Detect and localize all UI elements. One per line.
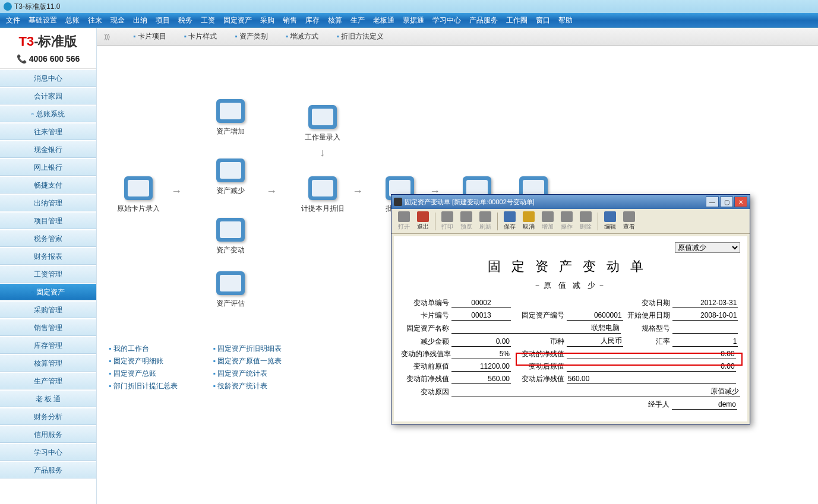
val-card[interactable]: 00013 <box>451 311 511 321</box>
menu-item[interactable]: 核算 <box>328 15 342 26</box>
val-dec[interactable]: 0.00 <box>451 337 511 347</box>
menu-item[interactable]: 窗口 <box>536 15 550 26</box>
wf-node-asset-add[interactable]: 资产增加 <box>207 99 254 137</box>
val-start[interactable]: 2008-10-01 <box>672 311 738 321</box>
nav-item[interactable]: 消息中心 <box>0 70 96 87</box>
nav-item[interactable]: 库存管理 <box>0 337 96 354</box>
val-handler[interactable]: demo <box>672 400 737 410</box>
wf-node-original-card[interactable]: 原始卡片录入 <box>115 176 162 214</box>
nav-item[interactable]: 畅捷支付 <box>0 177 96 194</box>
val-asset-no[interactable]: 0600001 <box>567 311 623 321</box>
nav-item[interactable]: 网上银行 <box>0 159 96 176</box>
menu-item[interactable]: 固定资产 <box>223 15 252 26</box>
quicklink-item[interactable]: 固定资产折旧明细表 <box>213 343 282 355</box>
nav-item[interactable]: 项目管理 <box>0 213 96 229</box>
val-date[interactable]: 2012-03-31 <box>672 299 738 308</box>
lbl-handler: 经手人 <box>624 400 672 410</box>
tab-item[interactable]: 增减方式 <box>286 31 319 42</box>
nav-item[interactable]: 财务分析 <box>0 408 96 425</box>
val-rate[interactable]: 1 <box>672 337 738 347</box>
wf-node-asset-reduce[interactable]: 资产减少 <box>207 159 254 196</box>
menu-item[interactable]: 工作圈 <box>506 15 528 26</box>
menu-item[interactable]: 产品服务 <box>469 15 498 26</box>
nav-item[interactable]: 出纳管理 <box>0 195 96 211</box>
close-button[interactable]: ✕ <box>734 196 747 207</box>
nav-item[interactable]: 核算管理 <box>0 355 96 372</box>
tab-item[interactable]: 卡片样式 <box>184 31 217 42</box>
nav-item[interactable]: 销售管理 <box>0 319 96 336</box>
wf-node-asset-eval[interactable]: 资产评估 <box>207 271 254 309</box>
nav-item[interactable]: 产品服务 <box>0 462 96 478</box>
menu-item[interactable]: 老板通 <box>373 15 394 26</box>
tab-item[interactable]: 卡片项目 <box>133 31 166 42</box>
nav-item[interactable]: 工资管理 <box>0 266 96 283</box>
chevron-icon[interactable]: ⟩⟩⟩ <box>104 33 109 41</box>
menu-item[interactable]: 现金 <box>110 15 125 26</box>
nav-item[interactable]: 生产管理 <box>0 373 96 389</box>
quicklink-item[interactable]: 固定资产统计表 <box>213 367 282 380</box>
toolbar-编辑[interactable]: 编辑 <box>601 211 619 231</box>
quicklink-item[interactable]: 我的工作台 <box>109 343 178 355</box>
menu-item[interactable]: 学习中心 <box>432 15 461 26</box>
wf-node-asset-change[interactable]: 资产变动 <box>207 218 254 255</box>
wf-node-depreciation[interactable]: 计提本月折旧 <box>299 176 346 214</box>
val-curr[interactable]: 人民币 <box>567 336 623 347</box>
toolbar-查看[interactable]: 查看 <box>620 211 638 231</box>
menu-item[interactable]: 库存 <box>305 15 320 26</box>
tab-item[interactable]: 折旧方法定义 <box>336 31 384 42</box>
menu-item[interactable]: 工资 <box>201 15 215 26</box>
nav-item[interactable]: 信用服务 <box>0 426 96 443</box>
val-bef-orig[interactable]: 11200.00 <box>451 362 511 372</box>
quicklink-item[interactable]: 役龄资产统计表 <box>213 380 282 392</box>
dialog-titlebar[interactable]: 固定资产变动单 [新建变动单:00002号变动单] — ▢ ✕ <box>391 195 750 209</box>
toolbar-保存[interactable]: 保存 <box>501 211 519 231</box>
val-bef-res[interactable]: 560.00 <box>451 375 511 384</box>
val-resval[interactable]: 0.00 <box>567 350 736 359</box>
val-no[interactable]: 00002 <box>451 299 511 308</box>
menu-item[interactable]: 项目 <box>156 15 170 26</box>
nav-item[interactable]: ▫总账系统 <box>0 106 96 122</box>
menu-item[interactable]: 总账 <box>65 15 80 26</box>
menu-item[interactable]: 票据通 <box>403 15 424 26</box>
val-reason[interactable]: 原值减少 <box>451 386 740 397</box>
nav-item[interactable]: 财务报表 <box>0 248 96 265</box>
menu-item[interactable]: 生产 <box>350 15 365 26</box>
val-resrate[interactable]: 5% <box>451 350 511 359</box>
toolbar-取消[interactable]: 取消 <box>520 211 538 231</box>
nav-item[interactable]: 老 板 通 <box>0 391 96 407</box>
quicklink-item[interactable]: 固定资产原值一览表 <box>213 355 282 367</box>
quicklink-item[interactable]: 部门折旧计提汇总表 <box>109 380 178 392</box>
nav-item[interactable]: 现金银行 <box>0 141 96 158</box>
val-aft-orig[interactable]: 0.00 <box>567 362 736 372</box>
quicklink-item[interactable]: 固定资产总账 <box>109 367 178 380</box>
menu-item[interactable]: 出纳 <box>133 15 147 26</box>
wf-label: 计提本月折旧 <box>299 204 346 214</box>
val-model[interactable] <box>672 324 738 334</box>
menu-item[interactable]: 采购 <box>260 15 274 26</box>
nav-item[interactable]: 往来管理 <box>0 123 96 140</box>
menu-item[interactable]: 基础设置 <box>29 15 57 26</box>
nav-item[interactable]: 采购管理 <box>0 302 96 318</box>
val-name[interactable]: 联想电脑 <box>451 323 621 334</box>
menu-item[interactable]: 帮助 <box>558 15 573 26</box>
menu-item[interactable]: 税务 <box>178 15 192 26</box>
menu-item[interactable]: 文件 <box>6 15 20 26</box>
quicklink-item[interactable]: 固定资产明细账 <box>109 355 178 367</box>
arrow-icon: → <box>266 185 277 198</box>
menu-item[interactable]: 往来 <box>88 15 102 26</box>
toolbar-退出[interactable]: 退出 <box>414 211 432 231</box>
menu-item[interactable]: 销售 <box>283 15 297 26</box>
nav-item[interactable]: 会计家园 <box>0 88 96 104</box>
maximize-button[interactable]: ▢ <box>720 196 733 207</box>
wf-label: 资产评估 <box>207 299 254 309</box>
nav-item[interactable]: 税务管家 <box>0 230 96 247</box>
val-aft-res[interactable]: 560.00 <box>567 375 736 384</box>
change-type-select[interactable]: 原值减少 <box>675 242 740 253</box>
wf-node-workload[interactable]: 工作量录入 <box>299 105 346 142</box>
arrow-down-icon: ↓ <box>320 147 325 159</box>
nav-item[interactable]: 学习中心 <box>0 444 96 461</box>
tab-item[interactable]: 资产类别 <box>235 31 268 42</box>
arrow-icon: → <box>171 185 182 198</box>
minimize-button[interactable]: — <box>706 196 719 207</box>
nav-item[interactable]: ▫固定资产 <box>0 284 96 300</box>
